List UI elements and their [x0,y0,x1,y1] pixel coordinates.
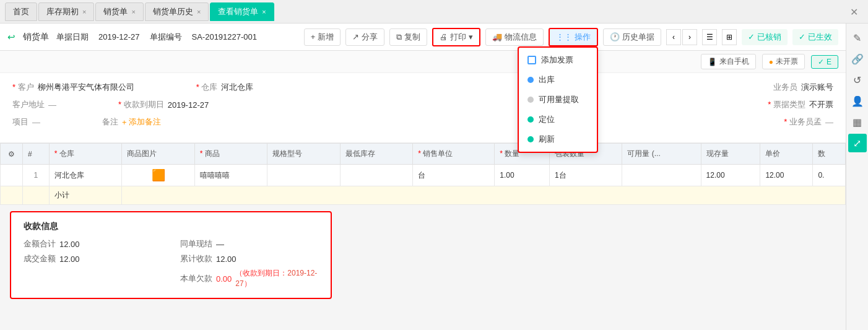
effective-button[interactable]: ✓ 已生效 [792,29,838,45]
sidebar-refresh-icon[interactable]: ↺ [848,71,867,89]
check-label: E [827,58,831,66]
toolbar-right: + 新增 ↗ 分享 ⧉ 复制 🖨 打印 ▾ 🚚 物流信息 [304,28,838,46]
not-open-invoice-button[interactable]: ● 未开票 [762,54,805,69]
check-button[interactable]: ✓ E [811,55,838,69]
new-button-label: + 新增 [311,32,334,43]
tab-sales-label: 销货单 [103,6,128,17]
tab-inventory-close[interactable]: × [82,8,86,15]
table-body: 1 河北仓库 🟧 嘻嘻嘻嘻 台 1.00 1台 12.00 12.00 0. [1,165,846,205]
note-label: 备注 [102,116,118,128]
window-close-button[interactable]: ✕ [847,5,861,19]
cell-img: 🟧 [122,165,195,186]
action-grid-icon: ⋮⋮ [556,32,572,41]
sidebar-edit-icon[interactable]: ✎ [848,28,867,47]
address-field: 客户地址 — [12,99,56,110]
form-area: * 客户 柳州粤港平安气体有限公司 * 仓库 河北仓库 业务员 演示账号 客户地… [0,73,846,143]
cell-pack-qty: 1台 [549,165,622,186]
col-gear[interactable]: ⚙ [1,144,23,165]
check-icon: ✓ [818,58,824,66]
date-value: 2019-12-27 [98,32,140,41]
customer-field: * 客户 柳州粤港平安气体有限公司 [12,82,134,93]
cell-warehouse: 河北仓库 [49,165,122,186]
action-add-invoice[interactable]: 添加发票 [519,50,597,70]
next-arrow[interactable]: › [682,29,697,45]
ticket-label: * 票据类型 [768,99,805,110]
refresh-icon [527,136,534,142]
print-button[interactable]: 🖨 打印 ▾ [432,28,480,46]
sidebar-table-icon[interactable]: ▦ [848,113,867,131]
cell-avail [622,165,701,186]
staff-label: 业务员 [773,82,797,93]
col-avail: 可用量 (... [622,144,701,165]
cell-unit: 台 [413,165,495,186]
summary-grid: 金额合计 12.00 同单现结 — 成交金额 12.00 累计收款 12.00 [24,238,318,289]
add-invoice-label: 添加发票 [541,54,573,66]
staff2-label: * 业务员孟 [784,116,822,128]
action-available-qty[interactable]: 可用量提取 [519,90,597,110]
add-note-plus-icon: + [122,118,127,127]
verified-button[interactable]: ✓ 已核销 [742,29,788,45]
print-button-label: 打印 [450,32,466,43]
cell-amount: 0. [813,165,846,186]
tab-sales-close[interactable]: × [131,8,135,15]
action-button[interactable]: ⋮⋮ 操作 [549,28,598,46]
tab-view-sales[interactable]: 查看销货单 × [210,2,274,21]
sidebar-user-icon[interactable]: 👤 [848,92,867,110]
col-product: * 商品 [194,144,267,165]
logistics-icon: 🚚 [492,32,502,41]
tab-inventory[interactable]: 库存期初 × [38,2,94,21]
copy-button[interactable]: ⧉ 复制 [389,28,427,46]
from-phone-icon: 📱 [708,58,717,66]
col-img: 商品图片 [122,144,195,165]
grid-view-button[interactable]: ⊞ [722,29,737,45]
cumulative-payment-value: 12.00 [216,254,237,264]
summary-cumulative-payment: 累计收款 12.00 [180,253,318,264]
address-label: 客户地址 [12,99,45,110]
locate-label: 定位 [539,114,555,125]
list-view-button[interactable]: ☰ [702,29,717,45]
sidebar-expand-icon[interactable]: ⤢ [848,134,867,152]
not-open-invoice-label: 未开票 [776,56,798,67]
staff-field: 业务员 演示账号 [773,82,833,93]
deal-amount-label: 成交金额 [24,253,56,264]
same-order-settle-value: — [216,240,224,249]
sidebar-link-icon[interactable]: 🔗 [848,50,867,68]
total-amount-value: 12.00 [59,240,80,249]
action-outbound[interactable]: 出库 [519,70,597,90]
deal-amount-value: 12.00 [59,254,80,264]
col-price: 单价 [760,144,813,165]
due-amount-label: 本单欠款 [180,273,212,284]
tab-home[interactable]: 首页 [5,2,37,21]
tab-sales-history-close[interactable]: × [197,8,201,15]
payment-date-field: * 收款到期日 2019-12-27 [118,99,209,110]
project-value: — [32,118,40,127]
print-icon: 🖨 [440,32,448,41]
tab-view-sales-label: 查看销货单 [218,6,258,17]
prev-arrow[interactable]: ‹ [666,29,681,45]
action-refresh[interactable]: 刷新 [519,129,597,149]
history-icon: 🕐 [610,32,620,41]
tab-sales[interactable]: 销货单 × [95,2,143,21]
col-unit: * 销售单位 [413,144,495,165]
total-amount-label: 金额合计 [24,238,56,250]
sub-toolbar: 📱 来自手机 ● 未开票 ✓ E [0,51,846,73]
share-button[interactable]: ↗ 分享 [345,28,384,46]
verified-icon: ✓ [748,32,755,41]
history-button[interactable]: 🕐 历史单据 [603,28,661,46]
tab-sales-history[interactable]: 销货单历史 × [145,2,209,21]
subtotal-label: 小计 [49,186,122,205]
new-button[interactable]: + 新增 [304,28,341,46]
add-invoice-icon [527,56,536,64]
logistics-button[interactable]: 🚚 物流信息 [485,28,544,46]
from-phone-button[interactable]: 📱 来自手机 [701,54,756,69]
col-spec: 规格型号 [267,144,341,165]
form-row-1: * 客户 柳州粤港平安气体有限公司 * 仓库 河北仓库 业务员 演示账号 [12,82,833,93]
outbound-icon [527,77,534,83]
cell-gear [1,165,23,186]
add-note-button[interactable]: + 添加备注 [122,116,161,128]
tab-view-sales-close[interactable]: × [262,8,266,15]
right-sidebar: ✎ 🔗 ↺ 👤 ▦ ⤢ [846,24,868,330]
action-locate[interactable]: 定位 [519,110,597,129]
tab-bar: 首页 库存期初 × 销货单 × 销货单历史 × 查看销货单 × ✕ [0,0,868,24]
subtotal-empty [122,186,846,205]
